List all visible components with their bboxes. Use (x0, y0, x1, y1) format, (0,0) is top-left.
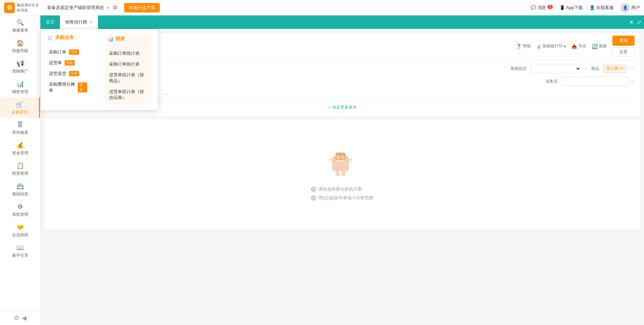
industry-btn[interactable]: 体验行业方案 (124, 3, 160, 12)
sidebar-item-enterprise[interactable]: 🤝 企业协同 (0, 220, 40, 241)
online-service-btn[interactable]: 👤 在线客服 (589, 5, 614, 11)
sidebar-item-inventory[interactable]: 🗄 库存核算 (0, 118, 40, 138)
user-avatar: 👤 (620, 3, 630, 12)
sidebar-item-search[interactable]: 🔍 搜索菜单 (0, 15, 40, 36)
svg-point-4 (337, 157, 339, 158)
cart-icon-title: 🛒 (47, 35, 53, 40)
print-btn[interactable]: 🖨 按模板打印 ▾ (536, 43, 566, 49)
settings-gear-icon[interactable]: ⚙ (113, 4, 117, 11)
app-download-btn[interactable]: 📱 App下载 (560, 5, 583, 11)
sidebar-item-sales[interactable]: 📊 销售管理 (0, 77, 40, 97)
customer-dots[interactable]: ··· (164, 91, 169, 97)
topbar-title-area: 装备及固定资产辅助管理系统 ▾ ⚙ 体验行业方案 (47, 3, 531, 12)
sidebar-label-system: 系统管理 (12, 212, 28, 217)
storage-icon: 🗄 (17, 121, 23, 128)
goods-in-stat-supplier[interactable]: 进货单统计表（按供应商） (108, 86, 149, 103)
report-title: 📊 报表 (108, 36, 149, 44)
message-btn[interactable]: 💬 消息 6 (531, 5, 553, 11)
collapse-icon: ∧ (328, 105, 331, 110)
tab-fullscreen-area: ✕ ⤢ (629, 19, 641, 26)
home-icon: 🏠 (16, 39, 24, 47)
sidebar-item-quicknav[interactable]: 🏠 快捷导航 (0, 36, 40, 56)
sidebar-collapse-btn[interactable]: ◀ (22, 314, 27, 322)
money-icon: 💰 (16, 141, 24, 149)
svg-rect-10 (342, 170, 346, 176)
export-btn[interactable]: 📤 导出 (571, 43, 586, 49)
sidebar: 🔍 搜索菜单 🏠 快捷导航 📢 营销推广 📊 销售管理 🛒 采购管理 🗄 库存核… (0, 15, 40, 325)
svg-rect-6 (337, 160, 344, 161)
query-btn[interactable]: 查询 (612, 36, 635, 46)
sidebar-label-quicknav: 快捷导航 (12, 48, 28, 54)
logo-area: ⑥ 畅捷通好生意 标准版 (4, 2, 44, 13)
sidebar-item-purchase[interactable]: 🛒 采购管理 (0, 97, 40, 118)
empty-illustration (325, 146, 359, 179)
export-icon: 📤 (571, 44, 577, 49)
tab-home[interactable]: 首页 (40, 15, 60, 29)
sidebar-label-base: 基础信息 (12, 191, 28, 197)
purchase-expense-badge: 历史 (78, 82, 87, 92)
goods-tag-close[interactable]: ✕ (620, 66, 623, 71)
topbar-right: 💬 消息 6 📱 App下载 👤 在线客服 👤 用户 (531, 3, 640, 12)
doc-status-dots[interactable]: ··· (582, 66, 587, 72)
salesman-dots[interactable]: ··· (630, 78, 635, 84)
logo-icon: ⑥ (4, 2, 15, 13)
purchase-order-exec[interactable]: 采购订单执行表 (108, 59, 149, 70)
message-icon: 💬 (531, 5, 536, 10)
doc-status-label: 单据状态 (510, 66, 527, 72)
bullet1: ① (311, 187, 316, 192)
print-arrow-icon: ▾ (564, 44, 566, 49)
purchase-order-stat[interactable]: 采购订单统计表 (108, 48, 149, 59)
salesman-input[interactable] (562, 77, 629, 86)
goods-return-item[interactable]: 进货退货 历史 (47, 68, 88, 79)
close-window-icon[interactable]: ✕ (629, 19, 634, 26)
sidebar-settings-btn[interactable]: ⚙ (14, 314, 19, 322)
topbar: ⑥ 畅捷通好生意 标准版 装备及固定资产辅助管理系统 ▾ ⚙ 体验行业方案 💬 … (0, 0, 644, 15)
sidebar-item-system[interactable]: ⚙ 系统管理 (0, 200, 40, 220)
goods-dots[interactable]: ··· (630, 66, 635, 72)
purchase-business-title: 🛒 采购业务 (47, 35, 88, 43)
tab-sales-label: 销售排行榜 (65, 19, 87, 25)
expand-icon[interactable]: ⤢ (637, 19, 641, 26)
sidebar-item-base[interactable]: 📇 基础信息 (0, 179, 40, 200)
sidebar-item-capital[interactable]: 💰 资金管理 (0, 138, 40, 159)
sidebar-label-inventory: 库存核算 (12, 130, 28, 135)
bullet2: ② (311, 195, 316, 201)
sidebar-label-purchase: 采购管理 (11, 110, 28, 115)
goods-in-stat-goods[interactable]: 进货单统计表（按商品） (108, 70, 149, 86)
purchase-expense-item[interactable]: 采购费用分摊单 历史 (47, 79, 88, 96)
avatar-icon: 👤 (623, 5, 628, 10)
logo-text: 畅捷通好生意 标准版 (17, 3, 39, 12)
user-area[interactable]: 👤 用户 (620, 3, 640, 12)
sidebar-label-marketing: 营销推广 (12, 69, 28, 74)
help-btn[interactable]: ❓ 帮助 (516, 43, 531, 49)
clipboard-icon: 📋 (16, 162, 24, 169)
svg-rect-7 (329, 159, 333, 161)
sidebar-item-marketing[interactable]: 📢 营销推广 (0, 56, 40, 77)
sidebar-label-sales: 销售管理 (12, 89, 28, 95)
cart-icon: 🛒 (16, 101, 23, 108)
tab-sales-ranking[interactable]: 销售排行榜 ✕ (60, 15, 98, 29)
doc-status-select[interactable] (531, 64, 581, 73)
sidebar-item-guide[interactable]: 📖 新手引导 (0, 241, 40, 261)
goods-in-item[interactable]: 进货单 历史 (47, 57, 88, 68)
purchase-order-badge: 历史 (69, 49, 79, 55)
goods-in-badge: 历史 (65, 60, 75, 66)
tabbar: 首页 销售排行榜 ✕ ✕ ⤢ (40, 15, 644, 29)
service-icon: 👤 (589, 5, 595, 10)
salesman-label: 业务员 (545, 79, 558, 84)
phone-icon: 📱 (560, 5, 565, 10)
card-icon: 📇 (16, 182, 24, 190)
refresh-btn[interactable]: 🔄 刷新 (592, 43, 607, 49)
goods-label: 商品 (591, 66, 599, 72)
title-arrow-icon[interactable]: ▾ (107, 5, 109, 10)
search-icon: 🔍 (16, 19, 24, 26)
sidebar-item-operation[interactable]: 📋 经营管理 (0, 159, 40, 179)
purchase-order-item[interactable]: 采购订单 历史 (47, 47, 88, 57)
settings-btn[interactable]: 设置 (612, 47, 635, 57)
sidebar-label-capital: 资金管理 (12, 150, 28, 156)
report-col: 📊 报表 采购订单统计表 采购订单执行表 进货单统计表（按商品） 进货单统计表（… (105, 35, 151, 105)
tab-close-icon[interactable]: ✕ (89, 20, 93, 25)
sidebar-label-operation: 经营管理 (12, 171, 28, 176)
goods-tag: 设计费 ✕ (603, 65, 626, 73)
dropdown-columns: 🛒 采购业务 采购订单 历史 进货单 历史 进货退货 历史 采购费用分摊单 历史 (47, 35, 151, 105)
